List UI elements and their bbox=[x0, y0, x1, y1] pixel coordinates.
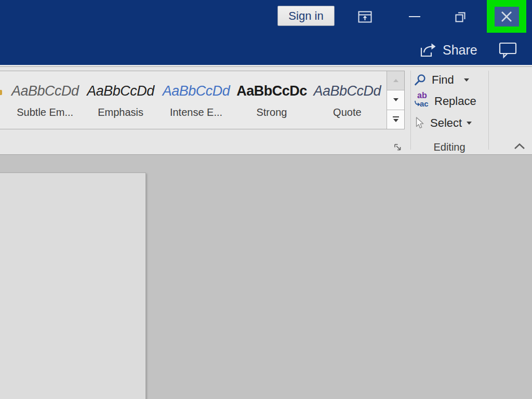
styles-dialog-launcher-button[interactable] bbox=[393, 142, 402, 152]
style-sample: AaBbCcDd bbox=[314, 82, 381, 100]
style-sample: AaBbCcDd bbox=[11, 82, 79, 100]
select-dropdown-icon[interactable] bbox=[467, 122, 472, 125]
title-bar: Sign in bbox=[0, 0, 532, 66]
chevron-up-icon bbox=[513, 143, 526, 150]
document-area[interactable] bbox=[0, 155, 532, 399]
ribbon-display-options-button[interactable] bbox=[354, 7, 375, 26]
sign-in-label: Sign in bbox=[288, 9, 323, 23]
search-icon bbox=[414, 74, 427, 87]
style-label: Strong bbox=[256, 107, 287, 118]
group-divider bbox=[410, 71, 411, 150]
collapse-ribbon-button[interactable] bbox=[511, 140, 528, 152]
ribbon-display-options-icon bbox=[358, 10, 372, 24]
styles-gallery: AaBbCcDd Subtle Em... AaBbCcDd Emphasis … bbox=[0, 71, 405, 129]
styles-gallery-scrollbar bbox=[387, 71, 404, 129]
sign-in-button[interactable]: Sign in bbox=[277, 6, 335, 26]
style-item-intense-emphasis[interactable]: AaBbCcDd Intense E... bbox=[158, 71, 234, 129]
dialog-launcher-icon bbox=[393, 143, 402, 152]
restore-icon bbox=[454, 10, 467, 23]
editing-group-label: Editing bbox=[411, 141, 488, 153]
restore-button[interactable] bbox=[450, 7, 471, 26]
share-label: Share bbox=[443, 43, 477, 58]
scroll-up-icon bbox=[393, 79, 398, 82]
gallery-more-icon bbox=[393, 116, 399, 117]
comment-icon bbox=[499, 41, 517, 59]
gallery-scroll-down-button[interactable] bbox=[387, 90, 404, 110]
replace-button[interactable]: ab ac Replace bbox=[414, 92, 476, 110]
replace-icon: ab ac bbox=[414, 93, 429, 110]
style-sample: AaBbCcDc bbox=[236, 82, 307, 100]
close-button[interactable] bbox=[495, 7, 519, 26]
style-label: Emphasis bbox=[98, 107, 143, 118]
close-button-highlight-annotation bbox=[487, 0, 526, 33]
style-sample: AaBbCcDd bbox=[87, 82, 154, 100]
style-label: Intense E... bbox=[170, 107, 222, 118]
gallery-more-button[interactable] bbox=[387, 110, 404, 129]
style-item-strong[interactable]: AaBbCcDc Strong bbox=[234, 71, 309, 129]
replace-icon-ac: ac bbox=[420, 99, 429, 108]
replace-label: Replace bbox=[434, 95, 476, 108]
share-icon bbox=[419, 41, 438, 59]
comments-button[interactable] bbox=[498, 41, 518, 59]
find-dropdown-icon[interactable] bbox=[464, 78, 469, 82]
replace-icon-arrow bbox=[414, 100, 421, 109]
style-item-subtle-emphasis[interactable]: AaBbCcDd Subtle Em... bbox=[7, 71, 83, 129]
select-label: Select bbox=[430, 116, 462, 130]
ribbon: AaBbCcDd Subtle Em... AaBbCcDd Emphasis … bbox=[0, 67, 532, 155]
group-divider bbox=[488, 71, 489, 150]
gallery-scroll-up-button[interactable] bbox=[387, 71, 404, 90]
document-page[interactable] bbox=[0, 172, 146, 399]
find-label: Find bbox=[432, 73, 454, 87]
clipped-style-sample-fragment bbox=[0, 90, 2, 95]
word-window: Sign in bbox=[0, 0, 532, 399]
select-button[interactable]: Select bbox=[414, 114, 472, 132]
style-sample: AaBbCcDd bbox=[163, 82, 230, 100]
style-label: Quote bbox=[333, 107, 361, 118]
styles-gallery-items: AaBbCcDd Subtle Em... AaBbCcDd Emphasis … bbox=[7, 71, 385, 129]
find-button[interactable]: Find bbox=[414, 71, 469, 89]
cursor-arrow-icon bbox=[414, 117, 425, 129]
gallery-more-icon-arrow bbox=[393, 119, 398, 122]
close-icon bbox=[500, 10, 513, 23]
minimize-button[interactable] bbox=[404, 7, 425, 26]
style-item-emphasis[interactable]: AaBbCcDd Emphasis bbox=[83, 71, 158, 129]
scroll-down-icon bbox=[393, 98, 398, 101]
style-label: Subtle Em... bbox=[17, 107, 73, 118]
minimize-icon bbox=[409, 16, 420, 17]
style-item-quote[interactable]: AaBbCcDd Quote bbox=[310, 71, 385, 129]
share-button[interactable]: Share bbox=[419, 39, 477, 60]
